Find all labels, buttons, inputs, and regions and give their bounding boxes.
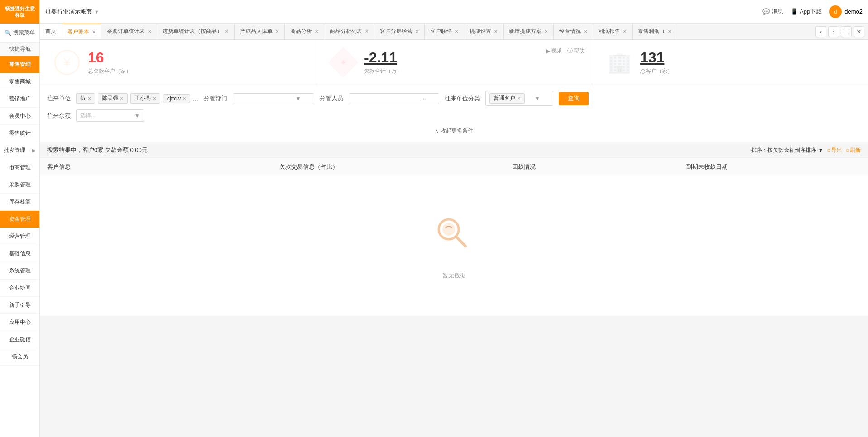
page-content: ¥ 16 总欠款客户（家） ✦ -2.11 欠款合计（万）: [40, 40, 868, 437]
table-header: 客户信息欠款交易信息（占比）回款情况到期未收款日期: [40, 158, 868, 176]
sidebar-item-app-center[interactable]: 应用中心: [0, 314, 39, 331]
refresh-btn[interactable]: ○ 刷新: [846, 147, 861, 154]
tab-customer-segment[interactable]: 客户分层经营✕: [374, 24, 425, 40]
sidebar-item-retail-management[interactable]: 零售管理: [0, 56, 39, 73]
unit-tags-container: 伍✕陈民强✕王小亮✕cjttcw✕...: [76, 93, 198, 104]
topbar-left: 母婴行业演示帐套 ▼: [45, 8, 99, 16]
tab-close-icon[interactable]: ✕: [365, 29, 369, 34]
tabbar-actions: ‹ › ⛶ ✕: [812, 26, 868, 37]
tag-close-icon[interactable]: ✕: [87, 96, 91, 101]
tab-close-icon[interactable]: ✕: [584, 29, 587, 34]
collapse-row: ∧ 收起更多条件: [47, 125, 861, 137]
dept-select[interactable]: ▼: [233, 93, 314, 104]
unit-category-select[interactable]: 普通客户✕ ▼: [485, 91, 553, 106]
sidebar-item-wholesale[interactable]: 批发管理▶: [0, 142, 39, 159]
tab-close-icon[interactable]: ✕: [315, 29, 318, 34]
sidebar-item-inventory[interactable]: 库存核算: [0, 194, 39, 211]
stat-values-3: 131 总客户（家）: [640, 50, 673, 75]
account-name: 母婴行业演示帐套: [45, 8, 92, 16]
unit-tag[interactable]: 王小亮✕: [130, 93, 160, 104]
empty-text: 暂无数据: [442, 271, 466, 280]
results-actions: 排序：按欠款金额倒序排序 ▼ ○ 导出 ○ 刷新: [751, 147, 861, 154]
sidebar-item-member-center[interactable]: 会员中心: [0, 108, 39, 125]
tab-close-icon[interactable]: ✕: [92, 29, 96, 34]
tab-customer-book[interactable]: 客户账本✕: [62, 24, 101, 40]
tab-profit-report[interactable]: 利润报告✕: [593, 24, 633, 40]
tab-new-plan[interactable]: 新增提成方案✕: [504, 24, 554, 40]
dept-filter-label: 分管部门: [204, 95, 227, 103]
sidebar-item-retail-mall[interactable]: 零售商城: [0, 73, 39, 90]
sidebar-item-operation[interactable]: 经营管理: [0, 228, 39, 245]
tab-close-icon[interactable]: ✕: [668, 29, 671, 34]
collapse-btn[interactable]: ∧ 收起更多条件: [429, 125, 479, 137]
unit-tag[interactable]: cjttcw✕: [163, 94, 190, 103]
tab-purchase-order[interactable]: 采购订单统计表✕: [101, 24, 157, 40]
sidebar-search[interactable]: 🔍 搜索菜单: [0, 24, 39, 43]
person-select[interactable]: ···: [349, 93, 439, 104]
tab-expand-btn[interactable]: ⛶: [841, 26, 852, 37]
sidebar-item-new-guide[interactable]: 新手引导: [0, 297, 39, 314]
app-download-btn[interactable]: 📱 App下载: [791, 8, 822, 16]
tab-close-icon[interactable]: ✕: [544, 29, 548, 34]
quick-nav-btn[interactable]: 快捷导航: [0, 43, 39, 56]
export-btn[interactable]: ○ 导出: [827, 147, 842, 154]
balance-select[interactable]: 选择... ▼: [76, 109, 144, 122]
tab-next-btn[interactable]: ›: [828, 26, 839, 37]
empty-icon: [432, 212, 477, 266]
unit-category-tag[interactable]: 普通客户✕: [489, 93, 525, 104]
stat-number-2: -2.11: [364, 50, 402, 65]
tab-close-icon[interactable]: ✕: [225, 29, 229, 34]
sidebar-item-basic-info[interactable]: 基础信息: [0, 245, 39, 262]
chevron-up-icon: ∧: [435, 128, 439, 134]
tab-close-icon[interactable]: ✕: [275, 29, 279, 34]
tab-increase-settings[interactable]: 提成设置✕: [464, 24, 504, 40]
sidebar-item-marketing[interactable]: 营销推广: [0, 90, 39, 108]
tab-close-icon[interactable]: ✕: [415, 29, 419, 34]
tab-close-all-btn[interactable]: ✕: [854, 26, 864, 37]
tab-customer-contact[interactable]: 客户联络✕: [425, 24, 464, 40]
sidebar-item-purchase[interactable]: 采购管理: [0, 176, 39, 194]
tab-close-icon[interactable]: ✕: [623, 29, 627, 34]
sort-select[interactable]: 排序：按欠款金额倒序排序 ▼: [751, 147, 824, 154]
user-menu-btn[interactable]: d demo2: [829, 5, 863, 18]
sidebar-item-corp-wechat[interactable]: 企业微信: [0, 331, 39, 348]
tab-close-icon[interactable]: ✕: [494, 29, 498, 34]
tab-close-icon[interactable]: ✕: [148, 29, 151, 34]
video-help-btn[interactable]: ▶ 视频: [546, 47, 562, 55]
filter-area: 往来单位 伍✕陈民强✕王小亮✕cjttcw✕... 分管部门 ▼ 分管人员 ··…: [40, 86, 868, 142]
tab-home[interactable]: 首页: [40, 24, 62, 40]
message-btn[interactable]: 💬 消息: [762, 8, 783, 16]
sidebar-item-corp-collab[interactable]: 企业协同: [0, 280, 39, 297]
tag-close-icon[interactable]: ✕: [153, 96, 156, 101]
tab-cost-storage[interactable]: 产成品入库单✕: [235, 24, 285, 40]
text-help-btn[interactable]: ⓘ 帮助: [567, 47, 585, 55]
tab-close-icon[interactable]: ✕: [455, 29, 458, 34]
tab-incoming-stats[interactable]: 进货单统计表（按商品）✕: [157, 24, 235, 40]
tag-close-icon[interactable]: ✕: [182, 96, 186, 101]
filter-row-1: 往来单位 伍✕陈民强✕王小亮✕cjttcw✕... 分管部门 ▼ 分管人员 ··…: [47, 91, 861, 106]
query-btn[interactable]: 查询: [559, 92, 589, 105]
stat-icon-3: 🏢: [606, 49, 633, 76]
tag-close-icon[interactable]: ✕: [517, 96, 521, 101]
tab-operation-status[interactable]: 经营情况✕: [554, 24, 593, 40]
unit-tag[interactable]: 陈民强✕: [98, 93, 128, 104]
table-header-cell: 回款情况: [512, 163, 686, 171]
tab-retail-profit[interactable]: 零售利润（✕: [633, 24, 677, 40]
tab-goods-analysis-list[interactable]: 商品分析列表✕: [324, 24, 374, 40]
more-tags-btn[interactable]: ...: [193, 95, 198, 102]
tab-prev-btn[interactable]: ‹: [815, 26, 826, 37]
account-selector[interactable]: 母婴行业演示帐套 ▼: [45, 8, 99, 16]
sidebar-item-system[interactable]: 系统管理: [0, 262, 39, 280]
chevron-down-icon: ▼: [296, 95, 301, 102]
more-dots-icon: ···: [422, 95, 426, 102]
unit-tag[interactable]: 伍✕: [76, 93, 95, 104]
sidebar-item-retail-stats[interactable]: 零售统计: [0, 125, 39, 142]
stat-total-debt-customers: ¥ 16 总欠款客户（家）: [40, 40, 316, 85]
sidebar-item-finance[interactable]: 资金管理: [0, 211, 39, 228]
sidebar-item-ecommerce[interactable]: 电商管理: [0, 159, 39, 176]
search-menu-btn[interactable]: 🔍 搜索菜单: [3, 27, 37, 38]
sidebar-item-vip-member[interactable]: 畅会员: [0, 348, 39, 366]
chevron-down-icon: ▼: [94, 9, 99, 14]
tag-close-icon[interactable]: ✕: [120, 96, 124, 101]
tab-goods-analysis[interactable]: 商品分析✕: [285, 24, 324, 40]
